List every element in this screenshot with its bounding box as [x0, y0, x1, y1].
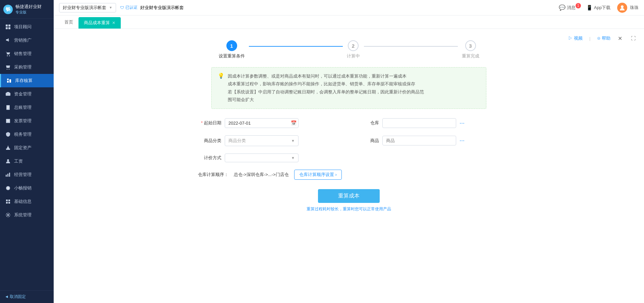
- svg-rect-3: [8, 27, 10, 29]
- sidebar-item-expense[interactable]: 小畅报销: [0, 181, 54, 195]
- step-line-2: [364, 46, 458, 47]
- invoice-icon: [5, 118, 11, 124]
- sidebar-label-operation: 经营管理: [14, 172, 32, 178]
- category-select[interactable]: 商品分类 ▼: [225, 135, 299, 146]
- recalc-button[interactable]: 重算成本: [318, 189, 380, 203]
- start-date-input[interactable]: [225, 119, 288, 128]
- product-more-button[interactable]: ···: [460, 137, 465, 144]
- chevron-down-icon: ▼: [109, 6, 112, 9]
- svg-point-4: [7, 55, 8, 56]
- sidebar-label-sales: 销售管理: [14, 51, 32, 57]
- svg-rect-1: [8, 25, 10, 27]
- svg-point-12: [9, 94, 10, 95]
- svg-rect-23: [6, 175, 7, 177]
- sidebar-item-sales[interactable]: 销售管理: [0, 47, 54, 60]
- topbar: 好业财专业版演示帐套 ▼ 🛡 已认证 好业财专业版演示帐套 💬 消息 1 📱 A…: [54, 0, 644, 15]
- tab-home[interactable]: 首页: [59, 16, 78, 29]
- chevron-down-icon: ▼: [291, 139, 295, 143]
- warehouse-input[interactable]: [383, 119, 456, 128]
- sidebar-label-salary: 工资: [14, 158, 23, 164]
- svg-point-22: [7, 159, 9, 161]
- pricing-select[interactable]: ▼: [225, 154, 299, 162]
- product-field: 商品 ···: [356, 136, 500, 145]
- chat-icon: 💬: [559, 4, 566, 11]
- svg-rect-2: [6, 27, 8, 29]
- megaphone-icon: [5, 37, 11, 44]
- steps-container: 1 设置重算条件 2 计算中 3 重算完成: [64, 40, 633, 59]
- svg-point-6: [7, 69, 7, 70]
- salary-icon: [5, 158, 11, 165]
- product-input-wrapper[interactable]: [382, 136, 456, 145]
- sidebar-item-tax[interactable]: 税务管理: [0, 128, 54, 141]
- account-name: 好业财专业版演示帐套: [63, 5, 106, 11]
- step-1-circle: 1: [226, 40, 237, 51]
- sidebar-label-purchase: 采购管理: [14, 64, 32, 70]
- step-3-label: 重算完成: [462, 53, 479, 59]
- step-line-1: [249, 46, 343, 47]
- sidebar-item-accounting[interactable]: 总账管理: [0, 101, 54, 114]
- tax-icon: [5, 131, 11, 138]
- sidebar-label-accounting: 总账管理: [14, 104, 32, 111]
- sidebar-label-invoice: 发票管理: [14, 118, 32, 124]
- logo-icon: 畅: [3, 5, 13, 14]
- form-row-2: 商品分类 商品分类 ▼ 商品 ···: [198, 135, 500, 146]
- sidebar-item-project[interactable]: 项目顾问: [0, 20, 54, 34]
- step-1: 1 设置重算条件: [219, 40, 245, 59]
- product-input[interactable]: [383, 136, 456, 145]
- sidebar-menu: 项目顾问 营销推广 销售管理 采购管理 库存核算: [0, 19, 54, 290]
- company-name: 好业财专业版演示帐套: [140, 5, 184, 11]
- step-2: 2 计算中: [347, 40, 360, 59]
- sidebar-item-basic[interactable]: 基础信息: [0, 195, 54, 208]
- warehouse-more-button[interactable]: ···: [460, 120, 465, 127]
- account-selector[interactable]: 好业财专业版演示帐套 ▼: [59, 3, 116, 12]
- sidebar-item-invoice[interactable]: 发票管理: [0, 114, 54, 128]
- sidebar-item-system[interactable]: 系统管理: [0, 208, 54, 222]
- sidebar-item-purchase[interactable]: 采购管理: [0, 60, 54, 74]
- chevron-right-icon: ›: [335, 172, 337, 177]
- main-area: 好业财专业版演示帐套 ▼ 🛡 已认证 好业财专业版演示帐套 💬 消息 1 📱 A…: [54, 0, 644, 303]
- svg-point-7: [9, 69, 9, 70]
- warehouse-order-settings-button[interactable]: 仓库计算顺序设置 ›: [294, 170, 342, 180]
- category-label: 商品分类: [198, 138, 221, 144]
- svg-rect-19: [6, 148, 10, 150]
- warehouse-input-wrapper[interactable]: [382, 118, 456, 128]
- tab-close-icon[interactable]: ✕: [112, 20, 115, 25]
- start-date-field: 起始日期 📅: [198, 118, 342, 128]
- sidebar-label-basic: 基础信息: [14, 199, 32, 205]
- asset-icon: [5, 144, 11, 151]
- app-download-button[interactable]: 📱 App下载: [586, 5, 610, 11]
- play-icon: ▷: [568, 36, 573, 41]
- sidebar-item-assets[interactable]: 固定资产: [0, 141, 54, 155]
- sidebar-item-marketing[interactable]: 营销推广: [0, 34, 54, 47]
- form-area: 起始日期 📅 仓库 ··· 商品分类: [198, 118, 500, 212]
- sidebar-label-system: 系统管理: [14, 212, 32, 218]
- form-row-1: 起始日期 📅 仓库 ···: [198, 118, 500, 128]
- svg-rect-0: [6, 25, 8, 27]
- category-value: 商品分类: [228, 138, 246, 144]
- category-field: 商品分类 商品分类 ▼: [198, 135, 342, 146]
- tabs-bar: 首页 商品成本重算 ✕: [54, 15, 644, 29]
- sidebar-label-project: 项目顾问: [14, 24, 32, 30]
- tab-cost-recalc[interactable]: 商品成本重算 ✕: [78, 17, 121, 29]
- sidebar-label-tax: 税务管理: [14, 131, 32, 137]
- unpin-button[interactable]: ◄ 取消固定: [0, 290, 54, 303]
- warehouse-order-label: 仓库计算顺序：: [198, 172, 228, 178]
- notification-badge: 1: [576, 3, 581, 8]
- info-text: 因成本计算参数调整、或是对商品成本有疑问时，可以通过成本重算功能，重新计算一遍成…: [228, 72, 424, 104]
- recalc-hint: 重算过程耗时较长，重算时您可以正常使用产品: [198, 206, 500, 212]
- sidebar-label-finance: 资金管理: [14, 91, 32, 97]
- sidebar-item-finance[interactable]: 资金管理: [0, 87, 54, 101]
- svg-rect-24: [7, 174, 8, 177]
- svg-rect-10: [7, 79, 9, 80]
- sidebar-item-operation[interactable]: 经营管理: [0, 168, 54, 181]
- user-profile[interactable]: 珠珠: [617, 3, 639, 13]
- sidebar-item-inventory[interactable]: 库存核算: [0, 74, 54, 87]
- calendar-icon[interactable]: 📅: [288, 120, 299, 126]
- message-button[interactable]: 💬 消息 1: [559, 4, 580, 11]
- sidebar-item-salary[interactable]: 工资: [0, 155, 54, 168]
- start-date-input-wrapper[interactable]: 📅: [225, 118, 299, 128]
- cart-icon: [5, 64, 11, 71]
- ledger-icon: [5, 104, 11, 111]
- svg-point-28: [621, 5, 624, 8]
- start-date-label: 起始日期: [198, 120, 221, 126]
